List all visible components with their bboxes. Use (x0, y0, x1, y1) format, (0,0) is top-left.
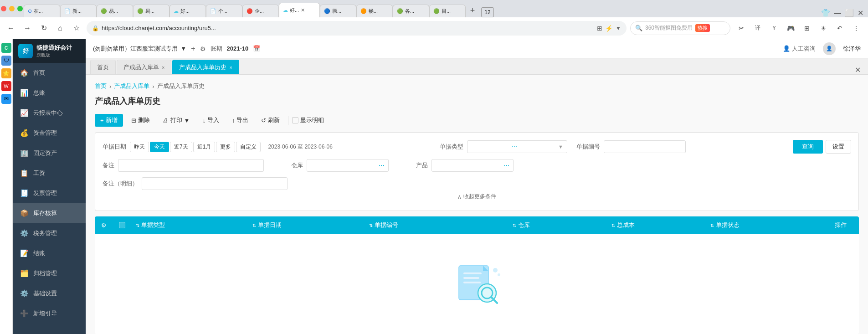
page-tab-list[interactable]: 产成品入库单 × (117, 60, 171, 74)
custom-date-btn[interactable]: 自定义 (236, 142, 261, 152)
sidebar-item-basic[interactable]: ⚙️ 基础设置 (13, 283, 86, 303)
tab-8-active[interactable]: ☁ 好... ✕ (279, 3, 320, 17)
tab-9[interactable]: 🔵 腾... (320, 5, 356, 17)
tab-3[interactable]: 🟢 易... (97, 5, 133, 17)
forward-btn[interactable]: → (21, 22, 34, 35)
tab-7[interactable]: 🔴 企... (242, 5, 279, 17)
tab-12[interactable]: 🟢 目... (429, 5, 466, 17)
sidebar-item-archive[interactable]: 🗂️ 归档管理 (13, 263, 86, 283)
refresh-btn[interactable]: ↺ 刷新 (257, 114, 284, 126)
settings-submit-btn[interactable]: 设置 (826, 140, 851, 154)
display-toggle[interactable]: 显示明细 (292, 116, 324, 124)
search-bar-360[interactable]: 🔍 360智能抠图免费用 热搜 (630, 21, 730, 35)
th-date[interactable]: ⇅ 单据日期 (248, 221, 365, 229)
back-btn[interactable]: ← (5, 22, 17, 35)
th-warehouse[interactable]: ⇅ 仓库 (508, 221, 607, 229)
maximize-window-btn[interactable] (17, 6, 23, 11)
page-tab-list-close[interactable]: × (162, 65, 164, 70)
delete-btn[interactable]: ⊟ 删除 (127, 114, 154, 126)
sidebar-item-ledger[interactable]: 📊 总账 (13, 83, 86, 103)
more-date-btn[interactable]: 更多 (216, 142, 235, 152)
sidebar-item-inventory[interactable]: 📦 库存核算 (13, 203, 86, 223)
import-btn[interactable]: ↓ 导入 (198, 114, 224, 126)
sidebar-item-assets[interactable]: 🏢 固定资产 (13, 143, 86, 163)
refresh-browser-btn[interactable]: ↻ (37, 22, 50, 35)
th-status[interactable]: ⇅ 单据状态 (706, 221, 822, 229)
tab-10[interactable]: 🟠 畅... (356, 5, 393, 17)
num-input[interactable] (604, 140, 686, 153)
close-window-btn[interactable] (1, 6, 6, 11)
new-tab-btn[interactable]: + (466, 4, 479, 17)
user-service-btn[interactable]: 👤 人工咨询 (783, 45, 816, 53)
export-btn[interactable]: ↑ 导出 (227, 114, 253, 126)
sidebar-item-tax[interactable]: ⚙️ 税务管理 (13, 223, 86, 243)
settings-company-btn[interactable]: ⚙ (200, 45, 206, 52)
type-select[interactable]: ··· ▼ (467, 140, 567, 153)
collapse-btn[interactable]: ∧ 收起更多条件 (103, 190, 851, 203)
brightness-icon[interactable]: ☀ (816, 21, 831, 36)
company-selector[interactable]: (勿删勿禁用）江西服宝测试专用 ▼ (93, 45, 186, 53)
page-tab-history-close[interactable]: × (229, 65, 232, 70)
breadcrumb-parent[interactable]: 产成品入库单 (114, 82, 149, 90)
tab-8-close[interactable]: ✕ (301, 7, 305, 13)
today-btn[interactable]: 今天 (150, 142, 169, 152)
restore-btn[interactable]: ⬜ (845, 9, 854, 17)
chanjet-icon[interactable]: C (1, 43, 11, 53)
page-tab-home[interactable]: 首页 (90, 60, 116, 74)
calendar-icon[interactable]: 📅 (253, 45, 260, 52)
home-browser-btn[interactable]: ⌂ (54, 22, 67, 35)
add-company-btn[interactable]: + (191, 45, 195, 53)
header-checkbox[interactable] (119, 222, 125, 228)
mail-icon[interactable]: ✉ (1, 94, 11, 104)
th-checkbox[interactable] (113, 222, 131, 228)
breadcrumb-home[interactable]: 首页 (95, 82, 107, 90)
sidebar-item-home[interactable]: 🏠 首页 (13, 63, 86, 83)
scissors-icon[interactable]: ✂ (734, 21, 749, 36)
sidebar-item-invoice[interactable]: 🧾 发票管理 (13, 183, 86, 203)
weibo-icon[interactable]: W (1, 81, 11, 91)
warehouse-select[interactable]: ··· (307, 159, 389, 172)
close-btn[interactable]: ✕ (858, 9, 863, 17)
tab-6[interactable]: 📄 个... (206, 5, 242, 17)
url-bar[interactable]: 🔒 https://cloud.chanjet.com/accounting/u… (87, 21, 627, 36)
detail-notes-input[interactable] (142, 177, 288, 190)
minimize-window-btn[interactable] (9, 6, 15, 11)
game-icon[interactable]: 🎮 (783, 21, 798, 36)
tab-4[interactable]: 🟢 易... (133, 5, 169, 17)
product-select[interactable]: ··· (431, 159, 514, 172)
print-btn[interactable]: 🖨 打印 ▼ (158, 114, 195, 126)
grid-view-icon[interactable]: ⊞ (800, 21, 814, 36)
th-num[interactable]: ⇅ 单据编号 (365, 221, 508, 229)
search-submit-btn[interactable]: 查询 (793, 140, 823, 154)
bookmark-btn[interactable]: ☆ (70, 22, 83, 35)
sidebar-item-settlement[interactable]: 📝 结账 (13, 243, 86, 263)
last7-btn[interactable]: 近7天 (170, 142, 192, 152)
shield-icon[interactable]: 🛡 (1, 56, 11, 66)
redo-icon[interactable]: ↶ (832, 21, 847, 36)
tab-2[interactable]: 📄 新... (60, 5, 97, 17)
notes-input[interactable] (118, 159, 264, 172)
star-icon[interactable]: ⭐ (1, 68, 11, 78)
sidebar-item-report[interactable]: 📈 云报表中心 (13, 103, 86, 123)
panel-close-btn[interactable]: ✕ (851, 66, 864, 74)
th-cost[interactable]: ⇅ 总成本 (607, 221, 706, 229)
type-dropdown-icon[interactable]: ▼ (558, 144, 563, 149)
sidebar-item-finance[interactable]: 💰 资金管理 (13, 123, 86, 143)
browser-settings-icon[interactable]: ⋮ (849, 21, 863, 36)
page-tab-history[interactable]: 产成品入库单历史 × (172, 60, 239, 74)
sidebar-item-salary[interactable]: 📋 工资 (13, 163, 86, 183)
translate-icon[interactable]: 译 (750, 21, 765, 36)
last-month-btn[interactable]: 近1月 (193, 142, 216, 152)
new-btn[interactable]: + 新增 (95, 114, 123, 127)
user-avatar[interactable]: 👤 (823, 42, 836, 55)
url-dropdown-icon[interactable]: ▼ (616, 25, 621, 31)
th-settings[interactable]: ⚙ (95, 222, 113, 229)
minimize-btn[interactable]: — (834, 9, 841, 17)
sidebar-item-new-entry[interactable]: ➕ 新增引导 (13, 303, 86, 324)
shirt-icon[interactable]: 👕 (821, 9, 830, 17)
th-type[interactable]: ⇅ 单据类型 (131, 221, 248, 229)
tab-11[interactable]: 🟢 各... (393, 5, 429, 17)
checkbox-display[interactable] (292, 117, 298, 123)
tab-1[interactable]: ⊙ 在... (24, 5, 60, 17)
wallet-icon[interactable]: ¥ (767, 21, 781, 36)
